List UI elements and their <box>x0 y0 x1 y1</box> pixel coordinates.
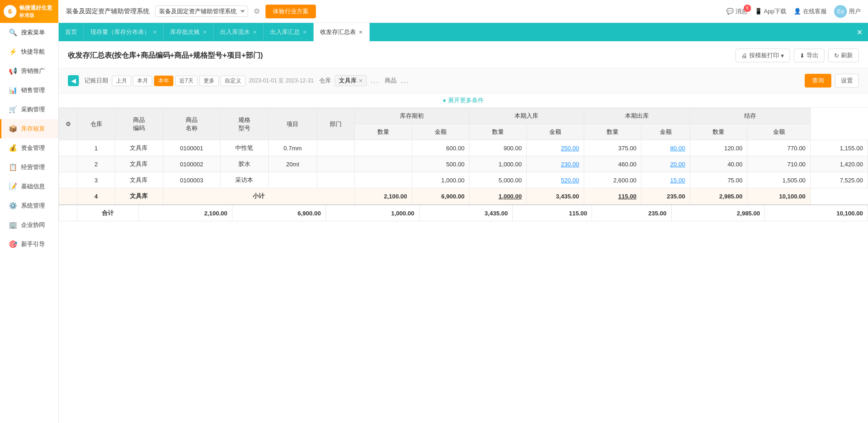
warehouse-tag-close[interactable]: ✕ <box>359 78 363 84</box>
tab-inout-flow[interactable]: 出入库流水 ✕ <box>214 23 264 41</box>
row-warehouse: 文具库 <box>115 156 163 172</box>
total-out-qty: 115.00 <box>513 205 592 221</box>
bell-icon: 💬 <box>726 8 734 15</box>
sidebar-item-purchase[interactable]: 🛒采购管理 <box>0 100 58 119</box>
th-bal-qty: 数量 <box>690 124 747 140</box>
sidebar-label-search: 搜索菜单 <box>21 28 45 37</box>
th-warehouse: 仓库 <box>77 108 115 140</box>
sidebar-item-operations[interactable]: 📋经营管理 <box>0 158 58 177</box>
th-in-amt: 金额 <box>526 124 584 140</box>
tab-recv-send-summary[interactable]: 收发存汇总表 ✕ <box>314 23 370 41</box>
user-btn[interactable]: Ea 用户 <box>834 5 861 18</box>
date-curr-month-btn[interactable]: 本月 <box>133 76 152 86</box>
th-project: 项目 <box>268 108 317 140</box>
row-out-qty[interactable]: 80.00 <box>641 140 690 156</box>
tab-inout-summary[interactable]: 出入库汇总 ✕ <box>264 23 314 41</box>
online-service-btn[interactable]: 👤 在线客服 <box>794 7 827 16</box>
tab-batch-ledger[interactable]: 库存批次账 ✕ <box>164 23 214 41</box>
row-code: 0100003 <box>163 172 220 188</box>
online-service-label: 在线客服 <box>803 7 827 16</box>
subtotal-no: 4 <box>77 188 115 204</box>
sidebar-item-guide[interactable]: 🎯新手引导 <box>0 235 58 254</box>
query-button[interactable]: 查询 <box>805 74 831 88</box>
row-settings <box>59 156 77 172</box>
close-icon[interactable]: ✕ <box>203 29 207 35</box>
sidebar-icon-guide: 🎯 <box>9 240 17 248</box>
table-row: 3 文具库 0100003 采访本 1,000.00 5,000.00 520.… <box>59 172 868 188</box>
sidebar-item-marketing[interactable]: 📢营销推广 <box>0 61 58 81</box>
product-more-btn[interactable]: ... <box>400 77 409 85</box>
print-button[interactable]: 🖨 按模板打印 ▾ <box>735 49 790 62</box>
expand-filter-btn[interactable]: ▾ 展开更多条件 <box>443 96 484 104</box>
sidebar-item-finance[interactable]: 💰资金管理 <box>0 138 58 158</box>
date-curr-year-btn[interactable]: 本年 <box>154 76 173 86</box>
sidebar-label-sales: 销售管理 <box>21 86 45 94</box>
warehouse-tag-label: 文具库 <box>339 77 357 85</box>
app-download-btn[interactable]: 📱 App下载 <box>755 7 786 16</box>
sidebar-icon-system: ⚙️ <box>9 202 17 210</box>
row-no: 1 <box>77 140 115 156</box>
row-code: 0100001 <box>163 140 220 156</box>
export-button[interactable]: ⬇ 导出 <box>794 49 824 62</box>
total-bal-amt: 10,100.00 <box>765 205 868 221</box>
sidebar-item-sales[interactable]: 📊销售管理 <box>0 81 58 100</box>
close-icon[interactable]: ✕ <box>253 29 257 35</box>
sidebar-item-inventory[interactable]: 📦库存核算 <box>0 119 58 138</box>
row-open-amt: 5,000.00 <box>469 172 526 188</box>
row-in-qty[interactable]: 520.00 <box>526 172 584 188</box>
row-dept <box>354 156 412 172</box>
sidebar-item-search[interactable]: 🔍搜索菜单 <box>0 23 58 42</box>
tabbar-close-button[interactable]: ✕ <box>851 28 868 37</box>
sidebar-icon-inventory: 📦 <box>9 125 17 133</box>
table-row: 2 文具库 0100002 胶水 20ml 500.00 1,000.00 23… <box>59 156 868 172</box>
tab-home[interactable]: 首页 <box>59 23 84 41</box>
system-select[interactable]: 装备及固定资产辅助管理系统 <box>155 5 248 17</box>
th-settings: ⚙ <box>59 108 77 140</box>
avatar: Ea <box>834 5 847 18</box>
messages-btn[interactable]: 💬 6 消息 <box>726 7 747 16</box>
expand-filter-row: ▾ 展开更多条件 <box>59 93 868 108</box>
row-bal-qty: 770.00 <box>747 140 811 156</box>
total-label: 合计 <box>77 205 139 221</box>
warehouse-more-btn[interactable]: ... <box>370 77 379 85</box>
date-more-btn[interactable]: 更多 <box>199 76 219 86</box>
subtotal-out-qty[interactable]: 115.00 <box>584 188 641 204</box>
settings-button[interactable]: 设置 <box>835 74 859 88</box>
refresh-button[interactable]: ↻ 刷新 <box>828 49 859 62</box>
close-icon[interactable]: ✕ <box>153 29 157 35</box>
close-icon[interactable]: ✕ <box>359 29 363 35</box>
refresh-icon: ↻ <box>834 52 839 59</box>
sidebar-item-enterprise[interactable]: 🏢企业协同 <box>0 215 58 235</box>
row-out-qty[interactable]: 15.00 <box>641 172 690 188</box>
gear-icon[interactable]: ⚙ <box>254 7 260 16</box>
row-dept <box>354 172 412 188</box>
sidebar-item-system[interactable]: ⚙️系统管理 <box>0 196 58 215</box>
th-product: 商品名称 <box>163 108 220 140</box>
row-spec: 20ml <box>268 156 317 172</box>
sidebar-item-quick-nav[interactable]: ⚡快捷导航 <box>0 42 58 61</box>
total-open-qty: 2,100.00 <box>138 205 232 221</box>
row-out-amt: 120.00 <box>690 140 747 156</box>
row-out-qty[interactable]: 20.00 <box>641 156 690 172</box>
content-inner: 收发存汇总表(按仓库+商品编码+商品+规格型号+项目+部门) 🖨 按模板打印 ▾… <box>59 41 868 423</box>
row-open-amt: 1,000.00 <box>469 156 526 172</box>
row-warehouse: 文具库 <box>115 140 163 156</box>
date-custom-btn[interactable]: 自定义 <box>221 76 245 86</box>
trial-button[interactable]: 体验行业方案 <box>265 5 316 18</box>
row-product: 采访本 <box>220 172 268 188</box>
main-area: 装备及固定资产辅助管理系统 装备及固定资产辅助管理系统 ⚙ 体验行业方案 💬 6… <box>59 0 868 423</box>
content-area: 收发存汇总表(按仓库+商品编码+商品+规格型号+项目+部门) 🖨 按模板打印 ▾… <box>59 41 868 423</box>
date-prev-month-btn[interactable]: 上月 <box>112 76 131 86</box>
page-title: 收发存汇总表(按仓库+商品编码+商品+规格型号+项目+部门) <box>68 51 263 60</box>
filter-toggle-button[interactable]: ◀ <box>68 75 79 86</box>
row-in-qty[interactable]: 250.00 <box>526 140 584 156</box>
sidebar-item-basic-info[interactable]: 📝基础信息 <box>0 177 58 196</box>
sidebar-icon-enterprise: 🏢 <box>9 221 17 229</box>
th-out: 本期出库 <box>584 108 690 124</box>
row-in-qty[interactable]: 230.00 <box>526 156 584 172</box>
close-icon[interactable]: ✕ <box>303 29 307 35</box>
phone-icon: 📱 <box>755 8 762 15</box>
subtotal-in-qty[interactable]: 1,000.00 <box>469 188 526 204</box>
tab-inventory-distribution[interactable]: 现存量（库存分布表） ✕ <box>84 23 164 41</box>
date-7days-btn[interactable]: 近7天 <box>175 76 198 86</box>
